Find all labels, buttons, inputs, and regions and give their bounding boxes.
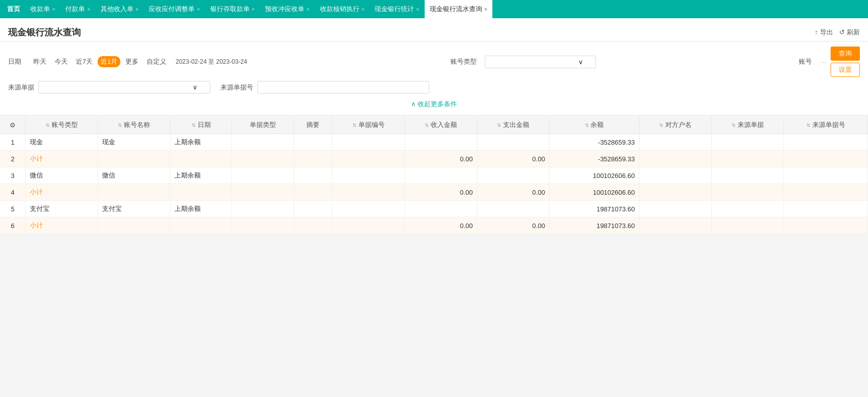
cell-source-doc (711, 167, 784, 184)
nav-tab-home[interactable]: 首页 (2, 0, 25, 18)
col-account-name: ⇅ 账号名称 (98, 116, 170, 134)
cell-balance: 100102606.60 (550, 184, 639, 201)
table-container: ⚙ ⇅ 账号类型 ⇅ 账号名称 ⇅ 日期 单据类型 摘要 (0, 116, 868, 234)
sort-icon[interactable]: ⇅ (585, 122, 589, 128)
cell-source-doc-no (784, 134, 867, 151)
nav-tab-payment[interactable]: 付款单 × (60, 0, 95, 18)
close-icon[interactable]: × (484, 6, 487, 12)
sort-icon[interactable]: ⇅ (425, 122, 429, 128)
cell-account-type: 微信 (26, 167, 98, 184)
cell-income: 0.00 (405, 217, 477, 234)
date-option-yesterday[interactable]: 昨天 (30, 56, 50, 67)
date-range-display: 2023-02-24 至 2023-03-24 (175, 58, 247, 66)
cell-counterparty (639, 151, 711, 167)
source-doc-select[interactable]: ∨ (38, 81, 210, 94)
cell-source-doc-no (784, 184, 867, 201)
cell-source-doc (711, 134, 784, 151)
cell-balance: 19871073.60 (550, 217, 639, 234)
close-icon[interactable]: × (306, 6, 309, 12)
date-option-more[interactable]: 更多 (122, 56, 142, 67)
cell-account-name (98, 151, 170, 167)
nav-tab-advance[interactable]: 预收冲应收单 × (260, 0, 314, 18)
cell-income (405, 201, 477, 217)
nav-tab-verification[interactable]: 收款核销执行 × (315, 0, 370, 18)
date-options: 昨天 今天 近7天 近1月 更多 自定义 (30, 56, 169, 67)
refresh-button[interactable]: ↺ 刷新 (839, 28, 860, 37)
data-table: ⚙ ⇅ 账号类型 ⇅ 账号名称 ⇅ 日期 单据类型 摘要 (0, 116, 868, 234)
cell-income: 0.00 (405, 151, 477, 167)
cell-expense: 0.00 (477, 217, 550, 234)
date-option-1month[interactable]: 近1月 (98, 56, 120, 67)
table-row: 4小计0.000.00100102606.60 (0, 184, 868, 201)
sort-icon[interactable]: ⇅ (659, 122, 663, 128)
date-option-today[interactable]: 今天 (52, 56, 71, 67)
nav-tab-receipt[interactable]: 收款单 × (25, 0, 60, 18)
sort-icon[interactable]: ⇅ (45, 122, 50, 128)
cell-doc-type (232, 167, 294, 184)
close-icon[interactable]: × (52, 6, 55, 12)
col-date: ⇅ 日期 (170, 116, 232, 134)
query-button[interactable]: 查询 (831, 47, 860, 61)
account-type-select[interactable]: ∨ (485, 56, 596, 68)
cell-expense (477, 134, 550, 151)
cell-date: 上期余额 (170, 201, 232, 217)
sort-icon[interactable]: ⇅ (497, 122, 501, 128)
cell-doc-no (333, 201, 405, 217)
close-icon[interactable]: × (135, 6, 139, 12)
cell-doc-no (333, 167, 405, 184)
nav-tab-flow-query[interactable]: 现金银行流水查询 × (425, 0, 492, 18)
account-dots-button[interactable]: ··· (821, 58, 827, 66)
nav-tab-bank-deposit[interactable]: 银行存取款单 × (205, 0, 260, 18)
cell-doc-type (232, 201, 294, 217)
cell-counterparty (639, 184, 711, 201)
row-number: 6 (0, 217, 26, 234)
export-button[interactable]: ↑ 导出 (815, 28, 834, 37)
top-navigation: 首页 收款单 × 付款单 × 其他收入单 × 应收应付调整单 × 银行存取款单 … (0, 0, 868, 18)
nav-tab-statistics[interactable]: 现金银行统计 × (370, 0, 424, 18)
cell-source-doc-no (784, 151, 867, 167)
chevron-up-icon: ∧ (411, 100, 416, 108)
sort-icon[interactable]: ⇅ (118, 122, 122, 128)
cell-summary (294, 217, 332, 234)
close-icon[interactable]: × (416, 6, 419, 12)
cell-account-type: 小计 (26, 217, 98, 234)
sort-icon[interactable]: ⇅ (192, 122, 196, 128)
cell-date: 上期余额 (170, 134, 232, 151)
table-row: 6小计0.000.0019871073.60 (0, 217, 868, 234)
cell-counterparty (639, 201, 711, 217)
date-option-7days[interactable]: 近7天 (73, 56, 96, 67)
nav-tab-adjustment[interactable]: 应收应付调整单 × (144, 0, 205, 18)
collapse-bar[interactable]: ∧ 收起更多条件 (8, 98, 860, 110)
cell-doc-no (333, 217, 405, 234)
cell-doc-no (333, 184, 405, 201)
table-row: 2小计0.000.00-3528659.33 (0, 151, 868, 167)
cell-balance: -3528659.33 (550, 151, 639, 167)
sort-icon[interactable]: ⇅ (732, 122, 736, 128)
cell-account-name: 现金 (98, 134, 170, 151)
cell-date (170, 151, 232, 167)
nav-tab-other-income[interactable]: 其他收入单 × (96, 0, 144, 18)
cell-doc-type (232, 184, 294, 201)
close-icon[interactable]: × (197, 6, 200, 12)
filter-area: 日期 昨天 今天 近7天 近1月 更多 自定义 2023-02-24 至 202… (0, 41, 868, 115)
sort-icon[interactable]: ⇅ (806, 122, 810, 128)
row-number: 1 (0, 134, 26, 151)
col-settings[interactable]: ⚙ (0, 116, 26, 134)
settings-button[interactable]: 设置 (831, 63, 860, 77)
col-account-type: ⇅ 账号类型 (26, 116, 98, 134)
cell-summary (294, 151, 332, 167)
col-source-doc: ⇅ 来源单据 (711, 116, 784, 134)
close-icon[interactable]: × (361, 6, 364, 12)
table-header: ⚙ ⇅ 账号类型 ⇅ 账号名称 ⇅ 日期 单据类型 摘要 (0, 116, 868, 134)
source-doc-num-input[interactable] (257, 81, 429, 94)
cell-account-name: 微信 (98, 167, 170, 184)
cell-account-name: 支付宝 (98, 201, 170, 217)
date-option-custom[interactable]: 自定义 (144, 56, 169, 67)
cell-counterparty (639, 217, 711, 234)
sort-icon[interactable]: ⇅ (352, 122, 356, 128)
close-icon[interactable]: × (87, 6, 90, 12)
close-icon[interactable]: × (252, 6, 255, 12)
col-source-doc-no: ⇅ 来源单据号 (784, 116, 867, 134)
cell-account-type: 小计 (26, 184, 98, 201)
row-number: 4 (0, 184, 26, 201)
